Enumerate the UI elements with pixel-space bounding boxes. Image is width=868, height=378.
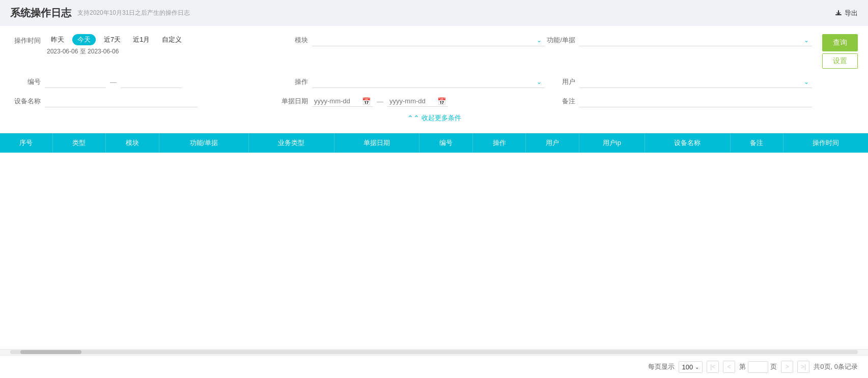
export-label: 导出	[845, 9, 858, 18]
pagination-area: 每页显示 100 ⌄ |< < 第 1 页 > >| 共0页, 0条记录	[0, 355, 868, 378]
page-last-button[interactable]: >|	[797, 361, 809, 373]
page-total: 共0页, 0条记录	[814, 362, 858, 371]
serial-to-input[interactable]	[121, 76, 182, 88]
time-label: 操作时间	[10, 36, 41, 45]
collapse-label: 收起更多条件	[422, 113, 461, 123]
scrollbar-thumb[interactable]	[20, 350, 81, 354]
time-range: 2023-06-06 至 2023-06-06	[47, 47, 186, 56]
date-to-input[interactable]	[389, 97, 435, 105]
action-buttons: 查询 设置	[812, 34, 858, 69]
page-label: 第	[739, 362, 746, 371]
collapse-icon: ⌃⌃	[407, 114, 419, 122]
col-device: 设备名称	[645, 133, 730, 153]
func-dropdown-arrow[interactable]: ⌄	[801, 37, 812, 44]
note-label: 备注	[545, 97, 575, 106]
user-dropdown-arrow[interactable]: ⌄	[801, 78, 812, 85]
col-op: 操作	[472, 133, 525, 153]
time-btn-custom[interactable]: 自定义	[158, 34, 186, 45]
page-title: 系统操作日志	[10, 6, 71, 20]
col-serial-no: 编号	[419, 133, 472, 153]
query-button[interactable]: 查询	[822, 34, 858, 51]
per-page-value: 100	[682, 363, 693, 371]
time-btn-today[interactable]: 今天	[72, 34, 96, 45]
per-page-select[interactable]: 100 ⌄	[679, 361, 703, 373]
page-first-button[interactable]: |<	[707, 361, 719, 373]
time-btn-1month[interactable]: 近1月	[129, 34, 154, 45]
serial-separator: —	[110, 78, 117, 86]
scrollbar-track	[10, 350, 858, 354]
col-type: 类型	[52, 133, 105, 153]
per-page-arrow: ⌄	[695, 364, 699, 370]
module-label: 模块	[277, 36, 308, 45]
per-page-label: 每页显示	[648, 362, 675, 371]
col-op-time: 操作时间	[783, 133, 868, 153]
data-table: 序号 类型 模块 功能/单据 业务类型 单据日期 编号 操作 用户 用户ip 设…	[0, 133, 868, 153]
op-dropdown-arrow[interactable]: ⌄	[534, 78, 545, 85]
date-from-wrapper: 📅	[312, 96, 373, 107]
table-area: 序号 类型 模块 功能/单据 业务类型 单据日期 编号 操作 用户 用户ip 设…	[0, 133, 868, 349]
serial-from-input[interactable]	[45, 76, 106, 88]
export-icon	[834, 9, 843, 17]
col-module: 模块	[106, 133, 159, 153]
page-subtitle: 支持2020年10月31日之后产生的操作日志	[77, 9, 190, 17]
page-input[interactable]: 1	[748, 361, 768, 373]
device-label: 设备名称	[10, 97, 41, 106]
col-user-ip: 用户ip	[579, 133, 645, 153]
calendar-to-icon[interactable]: 📅	[437, 97, 446, 105]
date-from-input[interactable]	[314, 97, 360, 105]
time-btn-yesterday[interactable]: 昨天	[47, 34, 68, 45]
col-serial: 序号	[0, 133, 52, 153]
calendar-from-icon[interactable]: 📅	[362, 97, 371, 105]
module-dropdown-arrow[interactable]: ⌄	[534, 37, 545, 44]
export-button[interactable]: 导出	[834, 9, 858, 18]
op-input[interactable]	[312, 76, 534, 88]
table-header-row: 序号 类型 模块 功能/单据 业务类型 单据日期 编号 操作 用户 用户ip 设…	[0, 133, 868, 153]
col-date: 单据日期	[334, 133, 419, 153]
settings-button[interactable]: 设置	[822, 53, 858, 69]
module-input[interactable]	[312, 34, 534, 46]
note-input[interactable]	[579, 95, 812, 107]
user-label: 用户	[545, 77, 575, 86]
func-label: 功能/单据	[545, 36, 575, 45]
page-next-button[interactable]: >	[781, 361, 793, 373]
page-prev-button[interactable]: <	[723, 361, 735, 373]
collapse-button[interactable]: ⌃⌃ 收起更多条件	[401, 111, 467, 125]
op-label: 操作	[277, 77, 308, 86]
serial-label: 编号	[10, 77, 41, 86]
page-current: 第 1 页	[739, 361, 777, 373]
time-btn-7days[interactable]: 近7天	[100, 34, 125, 45]
horizontal-scrollbar[interactable]	[0, 349, 868, 355]
col-user: 用户	[526, 133, 579, 153]
date-label: 单据日期	[277, 97, 308, 106]
page-unit: 页	[770, 362, 777, 371]
func-input[interactable]	[579, 34, 801, 46]
col-note: 备注	[730, 133, 783, 153]
col-func: 功能/单据	[159, 133, 248, 153]
col-biz-type: 业务类型	[249, 133, 334, 153]
svg-rect-1	[838, 10, 839, 14]
date-to-wrapper: 📅	[387, 96, 448, 107]
user-input[interactable]	[579, 76, 801, 88]
device-input[interactable]	[45, 95, 198, 107]
filter-area: 操作时间 昨天 今天 近7天 近1月 自定义 2023-06-06 至 2023…	[0, 26, 868, 133]
